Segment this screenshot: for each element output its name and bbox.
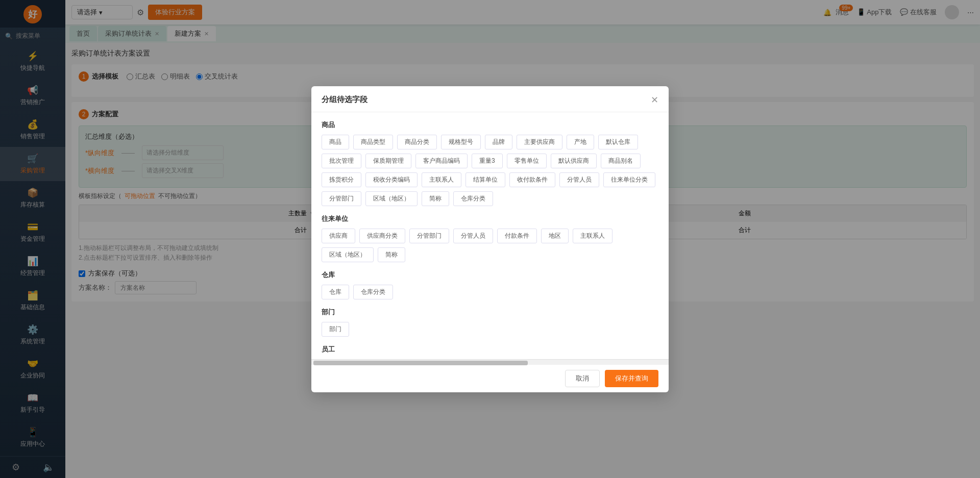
field-tag[interactable]: 税收分类编码 [365, 172, 418, 187]
field-tag[interactable]: 供应商 [322, 229, 355, 243]
field-tag[interactable]: 主要供应商 [517, 135, 562, 149]
field-tag[interactable]: 往来单位分类 [603, 172, 655, 187]
field-tag[interactable]: 结算单位 [465, 172, 505, 187]
field-tag[interactable]: 仓库 [322, 285, 349, 299]
save-query-button[interactable]: 保存并查询 [605, 370, 658, 387]
field-tag[interactable]: 商品 [322, 135, 349, 149]
field-tag[interactable]: 规格型号 [441, 135, 481, 149]
modal-header: 分组待选字段 ✕ [311, 86, 669, 112]
field-tag[interactable]: 重量3 [472, 154, 503, 168]
modal-body[interactable]: 商品商品商品类型商品分类规格型号品牌主要供应商产地默认仓库批次管理保质期管理客户… [311, 112, 669, 360]
field-tag[interactable]: 主联系人 [422, 172, 461, 187]
cancel-button[interactable]: 取消 [565, 370, 600, 387]
field-tag[interactable]: 保质期管理 [365, 154, 411, 168]
section-title-employee: 员工 [322, 345, 658, 354]
modal: 分组待选字段 ✕ 商品商品商品类型商品分类规格型号品牌主要供应商产地默认仓库批次… [311, 86, 669, 392]
field-tag[interactable]: 区域（地区） [365, 191, 418, 206]
section-title-department: 部门 [322, 308, 658, 317]
field-tag[interactable]: 分管人员 [453, 229, 493, 243]
section-title-goods: 商品 [322, 120, 658, 130]
field-tag[interactable]: 区域（地区） [322, 247, 374, 262]
field-tag[interactable]: 批次管理 [322, 154, 361, 168]
section-title-partner: 往来单位 [322, 214, 658, 223]
field-tag[interactable]: 商品别名 [601, 154, 641, 168]
field-tag[interactable]: 拣货积分 [322, 172, 361, 187]
field-tag[interactable]: 品牌 [485, 135, 512, 149]
field-tag[interactable]: 分管人员 [559, 172, 599, 187]
field-tags-goods: 商品商品类型商品分类规格型号品牌主要供应商产地默认仓库批次管理保质期管理客户商品… [322, 135, 658, 206]
field-tag[interactable]: 默认仓库 [598, 135, 638, 149]
modal-overlay: 分组待选字段 ✕ 商品商品商品类型商品分类规格型号品牌主要供应商产地默认仓库批次… [0, 0, 980, 478]
modal-title: 分组待选字段 [322, 95, 368, 105]
field-tag[interactable]: 商品类型 [353, 135, 393, 149]
field-tags-warehouse: 仓库仓库分类 [322, 285, 658, 299]
field-tag[interactable]: 主联系人 [573, 229, 612, 243]
field-tag[interactable]: 地区 [541, 229, 569, 243]
section-title-warehouse: 仓库 [322, 270, 658, 280]
field-tag[interactable]: 商品分类 [397, 135, 437, 149]
field-tag[interactable]: 仓库分类 [353, 285, 393, 299]
field-tag[interactable]: 客户商品编码 [415, 154, 468, 168]
field-tag[interactable]: 简称 [378, 247, 405, 262]
modal-hscrollbar[interactable] [311, 359, 669, 364]
field-tag[interactable]: 收付款条件 [509, 172, 555, 187]
field-tags-department: 部门 [322, 322, 658, 337]
field-tag[interactable]: 部门 [322, 322, 349, 337]
field-tag[interactable]: 产地 [567, 135, 594, 149]
field-tags-partner: 供应商供应商分类分管部门分管人员付款条件地区主联系人区域（地区）简称 [322, 229, 658, 262]
field-tag[interactable]: 仓库分类 [453, 191, 493, 206]
modal-close-button[interactable]: ✕ [651, 94, 658, 106]
field-tag[interactable]: 简称 [422, 191, 449, 206]
field-tag[interactable]: 默认供应商 [551, 154, 597, 168]
field-tag[interactable]: 供应商分类 [359, 229, 405, 243]
field-tag[interactable]: 分管部门 [322, 191, 361, 206]
field-tag[interactable]: 付款条件 [497, 229, 537, 243]
field-tag[interactable]: 零售单位 [507, 154, 547, 168]
modal-footer: 取消 保存并查询 [311, 364, 669, 392]
field-tag[interactable]: 分管部门 [409, 229, 449, 243]
